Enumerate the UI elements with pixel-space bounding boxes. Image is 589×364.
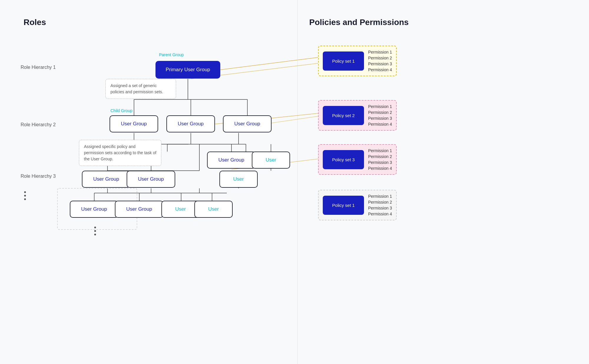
user-l3-mid-right[interactable]: User <box>252 152 290 169</box>
role-hierarchy-1-label: Role Hierarchy 1 <box>21 65 56 70</box>
user-group-l4-1[interactable]: User Group <box>70 201 118 218</box>
user-l3-right[interactable]: User <box>219 171 258 188</box>
policy-set-3-permissions: Permission 1 Permission 2 Permission 3 P… <box>368 148 392 171</box>
user-group-l3-mid[interactable]: User Group <box>127 171 175 188</box>
user-l4-1[interactable]: User <box>161 201 200 218</box>
policy-set-1-permissions: Permission 1 Permission 2 Permission 3 P… <box>368 50 392 72</box>
policy-set-4-box[interactable]: Policy set 1 <box>323 196 364 215</box>
user-l4-2[interactable]: User <box>194 201 233 218</box>
policy-set-3-box[interactable]: Policy set 3 <box>323 150 364 169</box>
policy-set-2-box[interactable]: Policy set 2 <box>323 106 364 125</box>
svg-line-29 <box>220 57 318 70</box>
policy-set-2-container: Policy set 2 Permission 1 Permission 2 P… <box>318 100 397 131</box>
roles-title: Roles <box>24 18 46 27</box>
user-group-l3-mid-left[interactable]: User Group <box>207 152 256 169</box>
annotation-specific-policies: Assigned specific policy and permission … <box>79 140 161 166</box>
dots-left <box>24 191 26 200</box>
dots-bottom <box>94 227 96 235</box>
user-group-l2-right[interactable]: User Group <box>223 115 272 132</box>
section-divider <box>297 0 298 364</box>
policy-set-1-box[interactable]: Policy set 1 <box>323 51 364 71</box>
role-hierarchy-2-label: Role Hierarchy 2 <box>21 122 56 127</box>
policies-title: Policies and Permissions <box>309 18 409 27</box>
primary-user-group-node[interactable]: Primary User Group <box>155 61 220 79</box>
policy-set-4-container: Policy set 1 Permission 1 Permission 2 P… <box>318 190 397 220</box>
parent-group-label: Parent Group <box>159 52 184 57</box>
role-hierarchy-3-label: Role Hierarchy 3 <box>21 174 56 179</box>
policy-set-4-permissions: Permission 1 Permission 2 Permission 3 P… <box>368 194 392 216</box>
user-group-l2-left[interactable]: User Group <box>110 115 158 132</box>
policy-set-1-container: Policy set 1 Permission 1 Permission 2 P… <box>318 46 397 76</box>
policy-set-3-container: Policy set 3 Permission 1 Permission 2 P… <box>318 144 397 175</box>
user-group-l4-2[interactable]: User Group <box>115 201 163 218</box>
child-group-label: Child Group <box>110 108 133 113</box>
annotation-generic-policies: Assigned a set of generic policies and p… <box>105 79 176 99</box>
user-group-l3-left[interactable]: User Group <box>82 171 130 188</box>
policy-set-2-permissions: Permission 1 Permission 2 Permission 3 P… <box>368 104 392 127</box>
user-group-l2-mid[interactable]: User Group <box>166 115 215 132</box>
